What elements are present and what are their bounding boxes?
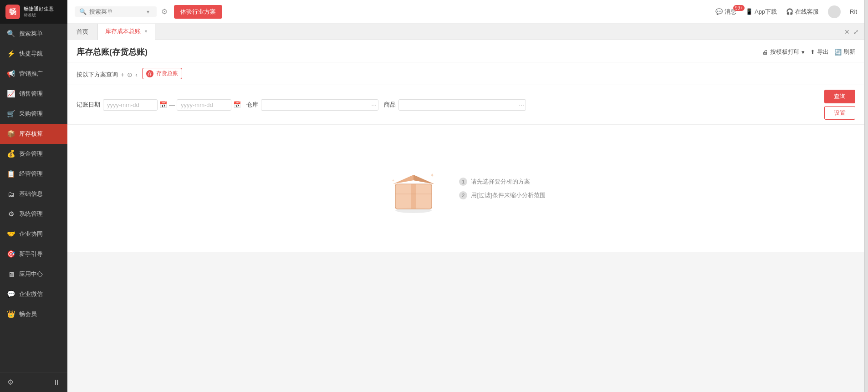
export-btn[interactable]: ⬆ 导出 — [810, 48, 829, 56]
query-bar: 记账日期 📅 — 📅 仓库 ··· 商品 — [67, 85, 864, 125]
sidebar-item-system[interactable]: ⚙ 系统管理 — [0, 204, 67, 224]
sidebar-item-basic-info[interactable]: 🗂 基础信息 — [0, 184, 67, 204]
online-service-btn[interactable]: 🎧 在线客服 — [786, 8, 819, 16]
search-icon: 🔍 — [79, 8, 87, 15]
sidebar-nav: 🔍 搜索菜单 ⚡ 快捷导航 📢 营销推广 📈 销售管理 🛒 采购管理 📦 库存核… — [0, 24, 67, 372]
calendar-end-icon[interactable]: 📅 — [233, 101, 241, 108]
product-input[interactable] — [398, 99, 526, 111]
tabs-right-actions: ✕ ⤢ — [844, 28, 864, 36]
svg-text:✦: ✦ — [430, 172, 434, 178]
tab-home[interactable]: 首页 — [67, 24, 98, 40]
add-scheme-icon[interactable]: + — [121, 71, 124, 78]
date-start-input[interactable] — [103, 99, 158, 111]
right-panel — [864, 0, 868, 392]
phone-icon: 📱 — [745, 8, 753, 15]
query-actions: 查询 设置 — [824, 90, 855, 120]
topbar-search-box[interactable]: 🔍 ▾ — [75, 6, 157, 17]
page-header: 库存总账(存货总账) 🖨 按模板打印 ▾ ⬆ 导出 🔄 刷新 — [67, 40, 864, 62]
sidebar-item-label: 搜索菜单 — [19, 30, 43, 38]
sidebar-item-label: 资金管理 — [19, 150, 43, 158]
message-icon: 💬 — [715, 8, 723, 15]
quick-nav-icon: ⚡ — [6, 49, 15, 58]
user-name: Rit — [850, 8, 857, 15]
sidebar-item-label: 库存核算 — [19, 130, 43, 138]
date-end-input[interactable] — [177, 99, 231, 111]
resize-icon[interactable]: ⤢ — [853, 28, 859, 36]
calendar-start-icon[interactable]: 📅 — [159, 101, 167, 108]
query-button[interactable]: 查询 — [824, 90, 855, 103]
collapse-scheme-icon[interactable]: ‹ — [135, 71, 138, 78]
app-center-icon: 🖥 — [6, 270, 15, 279]
app-download-btn[interactable]: 📱 App下载 — [745, 8, 777, 16]
tip-num-2: 2 — [459, 191, 467, 199]
filter-label: 按以下方案查询 + ⊙ ‹ — [77, 68, 138, 79]
manage-scheme-icon[interactable]: ⊙ — [127, 71, 133, 78]
sidebar-item-newbie[interactable]: 🎯 新手引导 — [0, 244, 67, 264]
sidebar-item-operations[interactable]: 📋 经营管理 — [0, 164, 67, 184]
warehouse-input[interactable] — [261, 99, 378, 111]
scheme-row: 存 存货总账 — [142, 68, 182, 79]
finance-icon: 💰 — [6, 149, 15, 158]
headset-icon: 🎧 — [786, 8, 793, 15]
sidebar-item-membership[interactable]: 👑 畅会员 — [0, 304, 67, 324]
sidebar-item-label: 营销推广 — [19, 70, 43, 78]
topbar-right: 💬 消息 99+ 📱 App下载 🎧 在线客服 Rit — [715, 5, 857, 18]
sidebar-item-label: 基础信息 — [19, 190, 43, 198]
svg-rect-5 — [411, 184, 416, 209]
warehouse-input-wrap: ··· — [261, 99, 378, 111]
tip-row-2: 2 用[过滤]条件来缩小分析范围 — [459, 191, 545, 199]
print-dropdown-icon[interactable]: ▾ — [802, 49, 805, 56]
scheme-type-icon: 存 — [146, 70, 153, 77]
gear-icon[interactable]: ⚙ — [161, 7, 168, 16]
refresh-label: 刷新 — [843, 48, 855, 56]
settings-icon[interactable]: ⚙ — [7, 378, 14, 387]
industry-btn[interactable]: 体验行业方案 — [174, 5, 222, 19]
empty-illustration: ✦ ✦ — [386, 161, 441, 216]
date-field: 记账日期 📅 — 📅 — [77, 99, 241, 111]
search-icon: 🔍 — [6, 29, 15, 38]
date-label: 记账日期 — [77, 101, 100, 109]
sidebar-item-marketing[interactable]: 📢 营销推广 — [0, 64, 67, 84]
warehouse-more-btn[interactable]: ··· — [371, 101, 377, 108]
sidebar-item-app-center[interactable]: 🖥 应用中心 — [0, 264, 67, 284]
collapse-icon[interactable]: ⏸ — [53, 378, 60, 387]
main-area: 🔍 ▾ ⚙ 体验行业方案 💬 消息 99+ 📱 App下载 🎧 在线客服 Rit — [67, 0, 864, 392]
enterprise-wechat-icon: 💬 — [6, 290, 15, 299]
refresh-btn[interactable]: 🔄 刷新 — [834, 48, 855, 56]
sidebar-item-search[interactable]: 🔍 搜索菜单 — [0, 24, 67, 44]
close-window-icon[interactable]: ✕ — [844, 28, 850, 36]
search-input[interactable] — [89, 8, 144, 15]
product-more-btn[interactable]: ··· — [519, 101, 524, 108]
settings-button[interactable]: 设置 — [824, 106, 855, 120]
filter-area: 按以下方案查询 + ⊙ ‹ 存 存货总账 — [67, 62, 864, 85]
refresh-icon: 🔄 — [834, 49, 842, 56]
page-title: 库存总账(存货总账) — [77, 46, 148, 57]
empty-tips: 1 请先选择要分析的方案 2 用[过滤]条件来缩小分析范围 — [459, 178, 545, 199]
sidebar-item-quick-nav[interactable]: ⚡ 快捷导航 — [0, 44, 67, 64]
sidebar-item-cooperation[interactable]: 🤝 企业协同 — [0, 224, 67, 244]
sidebar-item-enterprise-wechat[interactable]: 💬 企业微信 — [0, 284, 67, 304]
basic-info-icon: 🗂 — [6, 189, 15, 199]
sidebar-item-inventory[interactable]: 📦 库存核算 — [0, 124, 67, 144]
system-icon: ⚙ — [6, 209, 15, 219]
sidebar-item-finance[interactable]: 💰 资金管理 — [0, 144, 67, 164]
chevron-down-icon[interactable]: ▾ — [147, 9, 149, 15]
scheme-item-inventory[interactable]: 存 存货总账 — [142, 68, 182, 79]
sidebar-item-label: 系统管理 — [19, 210, 43, 218]
message-badge: 99+ — [733, 5, 745, 11]
online-service-label: 在线客服 — [795, 8, 819, 16]
sidebar-item-sales[interactable]: 📈 销售管理 — [0, 84, 67, 104]
membership-icon: 👑 — [6, 310, 15, 319]
sales-icon: 📈 — [6, 89, 15, 98]
print-btn[interactable]: 🖨 按模板打印 ▾ — [762, 48, 805, 56]
tab-inventory-ledger-label: 库存成本总账 — [105, 27, 141, 36]
avatar[interactable] — [828, 5, 841, 18]
message-btn[interactable]: 💬 消息 99+ — [715, 8, 736, 16]
sidebar-item-purchase[interactable]: 🛒 采购管理 — [0, 104, 67, 124]
logo-icon: 畅 — [5, 5, 20, 19]
scheme-item-label: 存货总账 — [156, 70, 178, 77]
page-header-actions: 🖨 按模板打印 ▾ ⬆ 导出 🔄 刷新 — [762, 48, 855, 56]
sidebar: 畅 畅捷通好生意 标准版 🔍 搜索菜单 ⚡ 快捷导航 📢 营销推广 📈 销售管理… — [0, 0, 67, 392]
tab-close-icon[interactable]: × — [144, 28, 148, 35]
tab-inventory-ledger[interactable]: 库存成本总账 × — [98, 24, 155, 40]
